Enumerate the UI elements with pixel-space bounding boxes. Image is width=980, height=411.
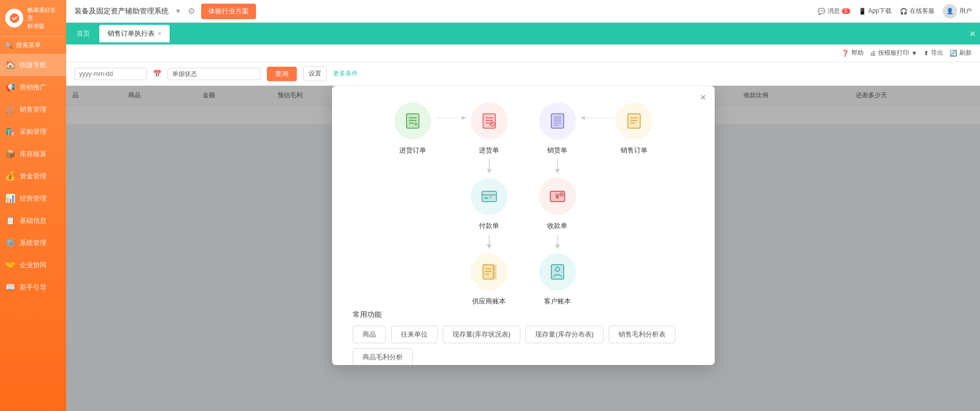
- sidebar-item-guide[interactable]: 📖 新手引导: [0, 276, 66, 298]
- marketing-icon: 📢: [5, 82, 16, 92]
- flow-col-4: 销售订单: [615, 102, 653, 155]
- sales-icon: 🛒: [5, 104, 16, 114]
- export-btn[interactable]: ⬆ 导出: [924, 49, 943, 57]
- user-btn[interactable]: 👤 用户: [943, 4, 972, 19]
- message-badge: 6: [842, 8, 850, 14]
- section-title: 常用功能: [353, 310, 694, 319]
- func-btn-inventory-dist[interactable]: 现存量(库存分布表): [525, 326, 604, 343]
- finance-icon: 💰: [5, 171, 16, 181]
- message-btn[interactable]: 💬 消息 6: [818, 7, 850, 16]
- try-btn[interactable]: 体验行业方案: [201, 4, 256, 19]
- app-download-btn[interactable]: 📱 App下载: [858, 7, 892, 16]
- enterprise-icon: 🤝: [5, 260, 16, 270]
- func-btn-product[interactable]: 商品: [353, 326, 386, 343]
- sidebar-item-finance[interactable]: 💰 资金管理: [0, 165, 66, 187]
- flow-node-supplier-ledger[interactable]: 供应商账本: [471, 253, 508, 306]
- settings-icon[interactable]: ⚙: [188, 6, 195, 16]
- arrow-purchase-to-bill: [431, 113, 471, 123]
- template-print-btn[interactable]: 🖨 按模板打印 ▼: [870, 49, 917, 57]
- sales-order-label: 销售订单: [621, 146, 647, 155]
- tab-home[interactable]: 首页: [68, 25, 98, 42]
- calendar-icon[interactable]: 📅: [153, 70, 161, 78]
- online-service-btn[interactable]: 🎧 在线客服: [900, 7, 934, 16]
- sidebar-item-marketing[interactable]: 📢 营销推广: [0, 76, 66, 98]
- app-download-label: App下载: [868, 7, 892, 16]
- dropdown-arrow-icon[interactable]: ▼: [175, 7, 182, 15]
- message-icon: 💬: [818, 8, 825, 15]
- sidebar-logo: 畅康通好生意 标准版: [0, 0, 66, 37]
- svg-rect-1: [406, 114, 419, 128]
- export-icon: ⬆: [924, 50, 929, 57]
- tab-close-icon[interactable]: ×: [158, 30, 161, 37]
- sidebar-item-operations-label: 经营管理: [20, 194, 47, 203]
- svg-marker-49: [580, 116, 585, 120]
- flow-col-3: 销货单: [539, 102, 576, 306]
- quick-guide-overlay[interactable]: ×: [66, 86, 980, 411]
- sidebar-search[interactable]: 🔍 搜索菜单: [0, 37, 66, 54]
- refresh-label: 刷新: [959, 49, 972, 57]
- message-label: 消息: [827, 7, 840, 16]
- flow-node-sales-bill[interactable]: 销货单: [539, 102, 576, 155]
- search-icon: 🔍: [5, 42, 13, 49]
- svg-text:¥: ¥: [489, 195, 492, 200]
- download-icon: 📱: [858, 8, 866, 15]
- flow-node-purchase-bill[interactable]: 进货单: [471, 102, 508, 155]
- flow-col-1: 进货订单: [394, 102, 431, 155]
- sidebar-item-basic[interactable]: 📋 基础信息: [0, 209, 66, 232]
- svg-point-13: [490, 121, 495, 127]
- sidebar-item-system[interactable]: ⚙️ 系统管理: [0, 232, 66, 254]
- func-btn-partner[interactable]: 往来单位: [391, 326, 438, 343]
- sidebar-item-finance-label: 资金管理: [20, 172, 47, 181]
- flow-diagram: 进货订单: [353, 102, 694, 306]
- func-btn-sales-gross[interactable]: 销售毛利分析表: [609, 326, 675, 343]
- sidebar-item-sales[interactable]: 🛒 销售管理: [0, 98, 66, 120]
- online-service-label: 在线客服: [910, 7, 934, 16]
- payment-circle: ¥: [471, 178, 508, 215]
- sidebar-item-operations[interactable]: 📊 经营管理: [0, 187, 66, 209]
- flow-node-purchase-order[interactable]: 进货订单: [394, 102, 431, 155]
- svg-point-0: [9, 13, 19, 23]
- refresh-btn[interactable]: 🔄 刷新: [949, 49, 972, 57]
- toolbar-right: ❓ 帮助 🖨 按模板打印 ▼ ⬆ 导出 🔄 刷新: [841, 49, 972, 57]
- flow-node-payment[interactable]: ¥ 付款单: [471, 178, 508, 231]
- func-btn-product-gross[interactable]: 商品毛利分析: [353, 348, 413, 365]
- print-icon: 🖨: [870, 50, 876, 57]
- svg-marker-15: [487, 169, 491, 174]
- flow-node-customer-ledger[interactable]: 客户账本: [539, 253, 576, 306]
- sidebar-item-purchase[interactable]: 🛍️ 采购管理: [0, 120, 66, 143]
- flow-node-sales-order[interactable]: 销售订单: [615, 102, 653, 155]
- purchase-order-circle: [394, 102, 431, 140]
- more-conditions-btn[interactable]: 更多条件: [333, 69, 358, 78]
- sidebar-item-purchase-label: 采购管理: [20, 127, 47, 136]
- arrow-payment-down: [484, 231, 494, 253]
- tab-close-all[interactable]: ✕: [969, 29, 976, 39]
- inventory-icon: 📦: [5, 149, 16, 159]
- purchase-order-label: 进货订单: [399, 146, 426, 155]
- func-btn-inventory-status[interactable]: 现存量(库存状况表): [443, 326, 521, 343]
- page-toolbar: ❓ 帮助 🖨 按模板打印 ▼ ⬆ 导出 🔄 刷新: [66, 44, 980, 62]
- supplier-ledger-label: 供应商账本: [472, 297, 506, 306]
- sidebar-item-quick[interactable]: 🏠 快捷导航: [0, 54, 66, 76]
- filter-settings-btn[interactable]: 设置: [303, 66, 327, 81]
- sidebar-item-sales-label: 销售管理: [20, 105, 47, 114]
- sidebar-item-enterprise[interactable]: 🤝 企业协同: [0, 254, 66, 276]
- svg-text:+: +: [560, 193, 562, 196]
- svg-rect-50: [628, 114, 640, 128]
- system-title: 装备及固定资产辅助管理系统: [74, 7, 169, 16]
- basic-icon: 📋: [5, 216, 16, 225]
- help-btn[interactable]: ❓ 帮助: [841, 49, 864, 57]
- sidebar-item-inventory[interactable]: 📦 库存核算: [0, 143, 66, 165]
- tab-home-label: 首页: [77, 29, 90, 38]
- sidebar-item-marketing-label: 营销推广: [20, 83, 47, 92]
- query-btn[interactable]: 查询: [267, 67, 297, 81]
- content-area: 品 商品 金额 预估毛利 预估毛利率 订金 累计收款金额 收款比例 还差多少天: [66, 86, 980, 411]
- help-label: 帮助: [851, 49, 864, 57]
- sidebar-item-quick-label: 快捷导航: [20, 60, 47, 70]
- date-start-input[interactable]: [74, 68, 147, 80]
- order-status-select[interactable]: 单据状态: [168, 68, 261, 80]
- flow-node-receipt[interactable]: ¥ + 收款单: [539, 178, 576, 231]
- tab-sales-execution[interactable]: 销售订单执行表 ×: [99, 25, 170, 42]
- help-icon: ❓: [841, 50, 849, 57]
- tab-sales-execution-label: 销售订单执行表: [108, 29, 155, 38]
- guide-close-btn[interactable]: ×: [700, 92, 706, 102]
